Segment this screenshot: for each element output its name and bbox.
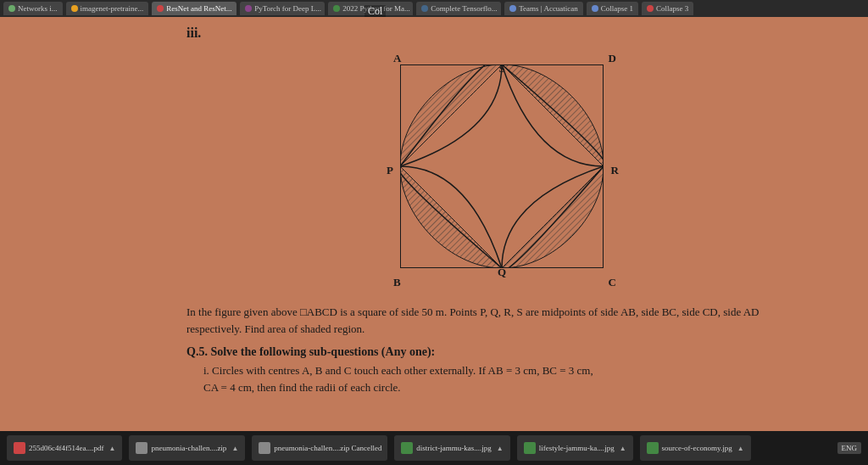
taskbar-item-pdf[interactable]: 255d06c4f4f514ea....pdf ▲ (7, 435, 122, 461)
tab-collapse1[interactable]: Collapse 1 (587, 2, 638, 15)
browser-tab-bar: Networks i... imagenet-pretraine... ResN… (0, 0, 868, 17)
label-R: R (611, 164, 619, 177)
taskbar-item-jpg3[interactable]: source-of-economy.jpg ▲ (640, 435, 751, 461)
figure-svg (400, 64, 604, 268)
tab-imagenet[interactable]: imagenet-pretraine... (66, 2, 149, 15)
taskbar: 255d06c4f4f514ea....pdf ▲ pneumonia-chal… (0, 431, 868, 465)
figure-container: A D B C S P Q R (186, 48, 817, 294)
label-B: B (393, 276, 401, 289)
language-badge: ENG (837, 442, 862, 454)
figure-box: A D B C S P Q R (383, 48, 620, 294)
tab-pytorch[interactable]: PyTorch for Deep L... (240, 2, 325, 15)
taskbar-item-jpg2[interactable]: lifestyle-jammu-ka....jpg ▲ (517, 435, 633, 461)
label-C: C (609, 276, 616, 289)
taskbar-item-zip2[interactable]: pneumonia-challen....zip Cancelled ▲ (252, 435, 387, 461)
svg-rect-0 (400, 64, 604, 268)
tab-teams[interactable]: Teams | Accuatican (504, 2, 583, 15)
sub-question-i: i. Circles with centres A, B and C touch… (203, 362, 817, 379)
label-D: D (609, 52, 616, 65)
tab-tensorflow[interactable]: Complete Tensorflo... (416, 2, 501, 15)
taskbar-right: ENG (837, 442, 862, 454)
label-P: P (387, 164, 393, 177)
label-A: A (393, 52, 401, 65)
problem-text: In the figure given above □ABCD is a squ… (186, 304, 763, 337)
sub-question-i-cont: CA = 4 cm, then find the radii of each c… (203, 379, 817, 396)
taskbar-item-jpg1[interactable]: district-jammu-kas....jpg ▲ (394, 435, 509, 461)
tab-resnet[interactable]: ResNet and ResNet... (152, 2, 236, 15)
taskbar-item-zip1[interactable]: pneumonia-challen....zip ▲ (129, 435, 245, 461)
tab-collapse3[interactable]: Collapse 3 (642, 2, 693, 15)
problem-number: iii. (186, 25, 817, 41)
col-label: Col (364, 5, 386, 17)
tab-networks[interactable]: Networks i... (3, 2, 63, 15)
q5-header: Q.5. Solve the following sub-questions (… (186, 345, 817, 359)
main-content: iii. A D B C S P Q R (0, 17, 868, 431)
